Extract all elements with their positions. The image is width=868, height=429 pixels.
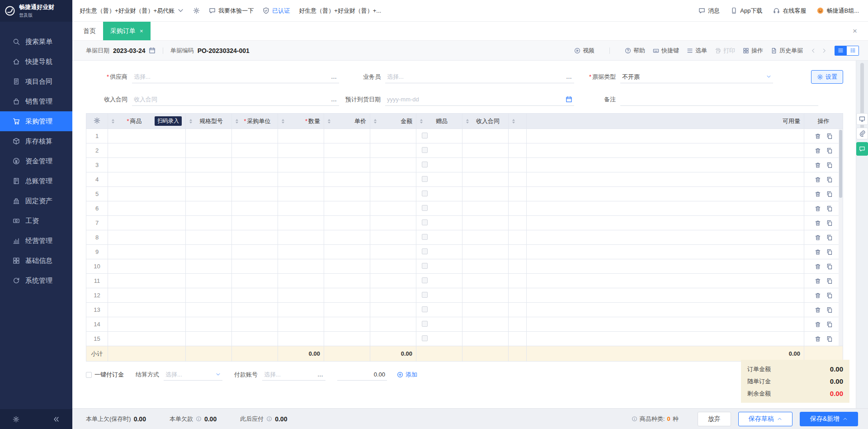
close-tab-icon[interactable]: × bbox=[140, 28, 143, 34]
cell-price[interactable] bbox=[324, 303, 370, 317]
cell-qty[interactable] bbox=[278, 216, 324, 230]
delete-row-icon[interactable] bbox=[815, 249, 821, 255]
sidebar-item-asset[interactable]: 固定资产 bbox=[0, 191, 72, 211]
cell-qty[interactable] bbox=[278, 288, 324, 303]
cell-extra[interactable] bbox=[509, 259, 527, 274]
cell-spec[interactable] bbox=[186, 143, 232, 158]
cell-amount[interactable] bbox=[370, 201, 416, 216]
cell-product[interactable] bbox=[108, 259, 186, 274]
cell-amount[interactable] bbox=[370, 187, 416, 201]
payment-account-input[interactable]: 选择... … bbox=[262, 369, 326, 381]
column-view-button[interactable] bbox=[847, 46, 859, 56]
copy-row-icon[interactable] bbox=[826, 205, 833, 212]
gift-checkbox[interactable] bbox=[422, 205, 428, 211]
delete-row-icon[interactable] bbox=[815, 234, 821, 241]
table-row[interactable]: 3 bbox=[86, 158, 843, 172]
cell-product[interactable] bbox=[108, 230, 186, 245]
cell-price[interactable] bbox=[324, 129, 370, 143]
cell-product[interactable] bbox=[108, 332, 186, 346]
cell-spec[interactable] bbox=[186, 172, 232, 187]
save-and-new-button[interactable]: 保存&新增 bbox=[800, 412, 858, 426]
cell-contract[interactable] bbox=[462, 129, 509, 143]
cell-qty[interactable] bbox=[278, 143, 324, 158]
deposit-amount-input[interactable]: 0.00 bbox=[337, 369, 387, 381]
copy-row-icon[interactable] bbox=[826, 148, 833, 154]
cell-unit[interactable] bbox=[232, 332, 278, 346]
table-scrollbar-thumb[interactable] bbox=[839, 130, 842, 198]
cell-contract[interactable] bbox=[462, 187, 509, 201]
cell-extra[interactable] bbox=[509, 216, 527, 230]
cell-amount[interactable] bbox=[370, 259, 416, 274]
table-row[interactable]: 9 bbox=[86, 245, 843, 259]
gift-checkbox[interactable] bbox=[422, 263, 428, 269]
cell-price[interactable] bbox=[324, 172, 370, 187]
sort-icon[interactable] bbox=[236, 119, 238, 124]
cell-unit[interactable] bbox=[232, 317, 278, 332]
one-key-deposit-checkbox[interactable] bbox=[86, 372, 92, 378]
sort-icon[interactable] bbox=[466, 119, 469, 124]
column-header-contract[interactable]: 收入合同 bbox=[462, 114, 509, 129]
cell-qty[interactable] bbox=[278, 230, 324, 245]
trial-link[interactable]: 我要体验一下 bbox=[209, 7, 254, 15]
online-service-link[interactable]: 在线客服 bbox=[773, 7, 806, 15]
cell-contract[interactable] bbox=[462, 274, 509, 288]
table-row[interactable]: 8 bbox=[86, 230, 843, 245]
cell-unit[interactable] bbox=[232, 158, 278, 172]
cell-extra[interactable] bbox=[509, 245, 527, 259]
cell-amount[interactable] bbox=[370, 332, 416, 346]
cell-unit[interactable] bbox=[232, 143, 278, 158]
sidebar-item-purchase[interactable]: 采购管理 bbox=[0, 111, 72, 131]
video-button[interactable]: 视频 bbox=[574, 47, 594, 55]
cell-unit[interactable] bbox=[232, 245, 278, 259]
list-view-button[interactable] bbox=[835, 46, 847, 56]
cell-spec[interactable] bbox=[186, 216, 232, 230]
cell-qty[interactable] bbox=[278, 129, 324, 143]
info-icon[interactable] bbox=[266, 416, 272, 422]
cell-price[interactable] bbox=[324, 332, 370, 346]
column-header-extra[interactable] bbox=[509, 114, 527, 129]
cell-contract[interactable] bbox=[462, 259, 509, 274]
copy-row-icon[interactable] bbox=[826, 162, 833, 168]
prev-doc-icon[interactable] bbox=[811, 48, 816, 53]
cell-spec[interactable] bbox=[186, 230, 232, 245]
cell-avail[interactable] bbox=[527, 303, 804, 317]
cell-avail[interactable] bbox=[527, 172, 804, 187]
sidebar-item-project[interactable]: 项目合同 bbox=[0, 72, 72, 91]
cell-qty[interactable] bbox=[278, 201, 324, 216]
cell-contract[interactable] bbox=[462, 201, 509, 216]
sidebar-item-baseinfo[interactable]: 基础信息 bbox=[0, 251, 72, 271]
cell-extra[interactable] bbox=[509, 143, 527, 158]
attachment-tool-button[interactable] bbox=[856, 128, 868, 139]
collapse-sidebar-icon[interactable] bbox=[53, 416, 60, 423]
delete-row-icon[interactable] bbox=[815, 278, 821, 284]
cell-price[interactable] bbox=[324, 317, 370, 332]
cell-product[interactable] bbox=[108, 187, 186, 201]
table-row[interactable]: 6 bbox=[86, 201, 843, 216]
sidebar-item-quicknav[interactable]: 快捷导航 bbox=[0, 52, 72, 72]
cell-product[interactable] bbox=[108, 143, 186, 158]
gift-checkbox[interactable] bbox=[422, 162, 428, 167]
gear-icon[interactable] bbox=[193, 7, 200, 14]
cell-avail[interactable] bbox=[527, 143, 804, 158]
cell-extra[interactable] bbox=[509, 303, 527, 317]
cell-amount[interactable] bbox=[370, 129, 416, 143]
cell-contract[interactable] bbox=[462, 158, 509, 172]
discard-button[interactable]: 放弃 bbox=[698, 412, 731, 426]
sort-icon[interactable] bbox=[282, 119, 284, 124]
cell-unit[interactable] bbox=[232, 303, 278, 317]
cell-spec[interactable] bbox=[186, 187, 232, 201]
cell-product[interactable] bbox=[108, 158, 186, 172]
column-header-amount[interactable]: 金额 bbox=[370, 114, 416, 129]
salesman-picker-ellipsis[interactable]: … bbox=[566, 73, 572, 80]
gift-checkbox[interactable] bbox=[422, 133, 428, 138]
gift-checkbox[interactable] bbox=[422, 147, 428, 153]
column-header-gift[interactable]: 赠品 bbox=[416, 114, 462, 129]
income-picker-ellipsis[interactable]: … bbox=[331, 96, 337, 103]
cell-amount[interactable] bbox=[370, 143, 416, 158]
print-button[interactable]: 打印 bbox=[715, 47, 735, 55]
cell-price[interactable] bbox=[324, 187, 370, 201]
cell-price[interactable] bbox=[324, 259, 370, 274]
cell-unit[interactable] bbox=[232, 216, 278, 230]
screen-tool-button[interactable] bbox=[856, 113, 868, 125]
gift-checkbox[interactable] bbox=[422, 335, 428, 341]
